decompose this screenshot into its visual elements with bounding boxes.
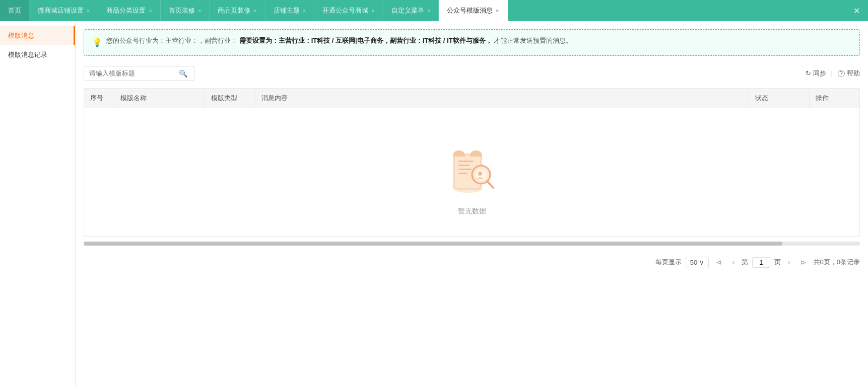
last-page-button[interactable]: ⊳ (797, 257, 810, 267)
help-label: 帮助 (847, 69, 860, 78)
nav-tab-home-decoration-label: 首页装修 (169, 6, 195, 15)
data-table: 序号 模版名称 模版类型 消息内容 状态 操作 (84, 88, 860, 237)
close-all-icon: ✕ (853, 7, 860, 15)
per-page-value: 50 (690, 259, 697, 266)
sidebar-item-template-message-label: 模版消息 (8, 32, 34, 39)
nav-tab-home-label: 首页 (8, 6, 21, 15)
horizontal-scrollbar[interactable] (84, 242, 860, 246)
prev-page-button[interactable]: ‹ (729, 257, 738, 267)
col-action: 操作 (810, 88, 860, 108)
svg-rect-3 (458, 161, 474, 162)
nav-tab-custom-menu-label: 自定义菜单 (391, 6, 424, 15)
nav-tab-category-settings[interactable]: 商品分类设置 × (98, 0, 160, 21)
main-content: 💡 您的公众号行业为：主营行业：，副营行业： 需要设置为：主营行业：IT科技 /… (76, 21, 868, 386)
close-home-decoration-icon[interactable]: × (198, 8, 201, 14)
next-page-icon: › (788, 258, 790, 266)
search-actions: ↻ 同步 | ? 帮助 (806, 69, 860, 78)
empty-state: 暂无数据 (84, 108, 859, 236)
nav-tab-open-mall[interactable]: 开通公众号商城 × (314, 0, 383, 21)
sidebar: 模版消息 模版消息记录 (0, 21, 76, 386)
svg-rect-6 (458, 173, 468, 174)
notice-suffix: 才能正常发送预置的消息。 (494, 37, 572, 44)
search-icon: 🔍 (179, 69, 187, 78)
svg-rect-5 (458, 169, 472, 170)
per-page-select[interactable]: 50 ∨ (686, 257, 709, 268)
empty-illustration (442, 138, 502, 199)
search-input-wrap: 🔍 (84, 66, 194, 81)
table-header-row: 序号 模版名称 模版类型 消息内容 状态 操作 (84, 88, 860, 108)
nav-tab-category-settings-label: 商品分类设置 (106, 6, 146, 15)
layout: 模版消息 模版消息记录 💡 您的公众号行业为：主营行业：，副营行业： 需要设置为… (0, 21, 868, 386)
nav-tab-home[interactable]: 首页 (0, 0, 30, 21)
notice-icon: 💡 (92, 36, 102, 49)
nav-tab-template-msg-label: 公众号模版消息 (447, 6, 493, 15)
nav-tab-store-theme-label: 店铺主题 (274, 6, 300, 15)
prev-page-icon: ‹ (732, 258, 735, 266)
empty-row: 暂无数据 (84, 108, 860, 236)
sync-button[interactable]: ↻ 同步 (806, 69, 826, 78)
nav-tab-product-decoration[interactable]: 商品页装修 × (210, 0, 265, 21)
close-all-button[interactable]: ✕ (845, 6, 868, 16)
page-label-after: 页 (774, 258, 781, 267)
col-index: 序号 (84, 88, 114, 108)
nav-tab-template-msg[interactable]: 公众号模版消息 × (439, 0, 507, 21)
search-button[interactable]: 🔍 (175, 66, 191, 81)
nav-tab-store-settings-label: 微商城店铺设置 (38, 6, 84, 15)
chevron-down-icon: ∨ (699, 259, 704, 266)
search-bar: 🔍 ↻ 同步 | ? 帮助 (84, 66, 860, 81)
nav-tab-open-mall-label: 开通公众号商城 (322, 6, 368, 15)
svg-rect-4 (458, 165, 470, 166)
col-type: 模版类型 (205, 88, 255, 108)
nav-tab-home-decoration[interactable]: 首页装修 × (161, 0, 210, 21)
empty-state-text: 暂无数据 (458, 207, 486, 216)
nav-tab-store-theme[interactable]: 店铺主题 × (265, 0, 314, 21)
first-page-button[interactable]: ⊲ (713, 257, 725, 267)
col-status: 状态 (749, 88, 810, 108)
close-template-msg-icon[interactable]: × (496, 8, 499, 14)
top-nav: 首页 微商城店铺设置 × 商品分类设置 × 首页装修 × 商品页装修 × 店铺主… (0, 0, 868, 21)
page-label-before: 第 (742, 258, 748, 267)
close-store-settings-icon[interactable]: × (87, 8, 90, 14)
notice-text: 您的公众号行业为：主营行业：，副营行业： 需要设置为：主营行业：IT科技 / 互… (106, 36, 572, 46)
close-open-mall-icon[interactable]: × (371, 8, 374, 14)
scrollbar-thumb[interactable] (84, 242, 782, 246)
nav-tab-store-settings[interactable]: 微商城店铺设置 × (30, 0, 98, 21)
sync-icon: ↻ (806, 69, 811, 77)
per-page-label: 每页显示 (655, 258, 682, 267)
col-name: 模版名称 (114, 88, 205, 108)
notice-prefix: 您的公众号行业为：主营行业：，副营行业： (106, 37, 237, 44)
sidebar-item-template-message[interactable]: 模版消息 (0, 26, 75, 45)
first-page-icon: ⊲ (716, 258, 722, 266)
close-store-theme-icon[interactable]: × (303, 8, 306, 14)
next-page-button[interactable]: › (785, 257, 793, 267)
divider: | (831, 69, 833, 77)
total-text: 共0页，0条记录 (814, 258, 860, 267)
search-input[interactable] (84, 66, 175, 80)
nav-tab-product-decoration-label: 商品页装修 (218, 6, 250, 15)
sync-label: 同步 (813, 69, 826, 78)
col-content: 消息内容 (255, 88, 749, 108)
sidebar-item-template-message-log[interactable]: 模版消息记录 (0, 45, 75, 64)
svg-line-9 (487, 181, 493, 188)
sidebar-item-template-message-log-label: 模版消息记录 (8, 51, 47, 58)
close-product-decoration-icon[interactable]: × (253, 8, 256, 14)
close-category-settings-icon[interactable]: × (149, 8, 152, 14)
svg-point-10 (478, 172, 482, 176)
current-page-input[interactable] (752, 257, 770, 268)
close-custom-menu-icon[interactable]: × (427, 8, 430, 14)
help-icon: ? (838, 70, 845, 77)
notice-highlight: 需要设置为：主营行业：IT科技 / 互联网|电子商务，副营行业：IT科技 / I… (239, 37, 492, 44)
notice-banner: 💡 您的公众号行业为：主营行业：，副营行业： 需要设置为：主营行业：IT科技 /… (84, 29, 860, 56)
pagination: 每页显示 50 ∨ ⊲ ‹ 第 页 › ⊳ 共0页，0条记录 (84, 251, 860, 270)
nav-tab-custom-menu[interactable]: 自定义菜单 × (383, 0, 439, 21)
help-button[interactable]: ? 帮助 (838, 69, 860, 78)
last-page-icon: ⊳ (800, 258, 807, 266)
